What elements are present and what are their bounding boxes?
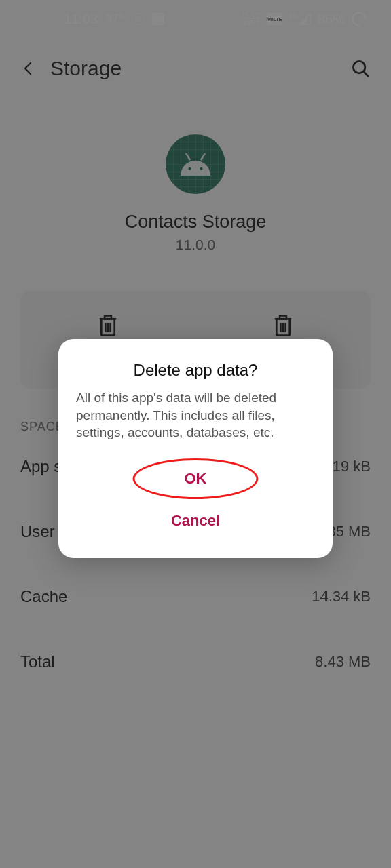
dialog-cancel-button[interactable]: Cancel: [58, 500, 333, 542]
dialog-body: All of this app's data will be deleted p…: [58, 389, 333, 441]
dialog-cancel-label: Cancel: [171, 512, 220, 529]
dialog-ok-button[interactable]: OK: [58, 458, 333, 500]
dialog-ok-label: OK: [185, 470, 207, 487]
delete-data-dialog: Delete app data? All of this app's data …: [58, 339, 333, 558]
dialog-title: Delete app data?: [58, 361, 333, 380]
